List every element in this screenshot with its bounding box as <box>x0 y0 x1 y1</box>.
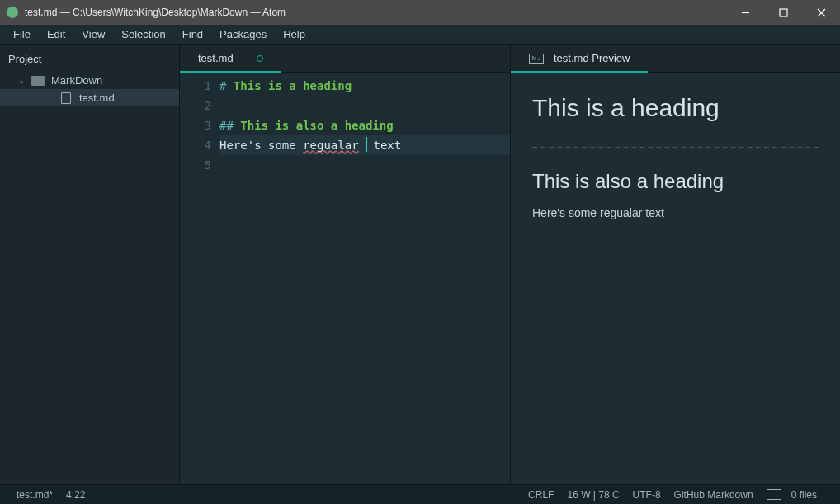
markdown-preview[interactable]: This is a heading This is also a heading… <box>511 73 840 484</box>
status-line-ending[interactable]: CRLF <box>521 489 560 501</box>
menu-selection[interactable]: Selection <box>113 26 173 42</box>
status-bar: test.md* 4:22 CRLF 16 W | 78 C UTF-8 Git… <box>0 484 840 504</box>
folder-icon <box>31 76 45 86</box>
preview-h1: This is a heading <box>532 94 819 122</box>
status-cursor-position[interactable]: 4:22 <box>59 489 92 501</box>
file-icon <box>767 489 781 500</box>
file-label: test.md <box>79 92 115 104</box>
workspace: Project ⌄ MarkDown test.md test.md 1 2 3… <box>0 45 840 484</box>
maximize-button[interactable] <box>764 0 802 25</box>
text-editor[interactable]: 1 2 3 4 5 # This is a heading ## This is… <box>180 73 510 484</box>
line-number: 3 <box>180 115 211 135</box>
status-git[interactable]: 0 files <box>760 489 830 501</box>
line-number-gutter: 1 2 3 4 5 <box>180 73 219 484</box>
status-filename[interactable]: test.md* <box>10 489 59 501</box>
code-line: # This is a heading <box>219 76 510 96</box>
line-number: 4 <box>180 135 211 155</box>
code-line: ## This is also a heading <box>219 115 510 135</box>
preview-divider <box>532 147 819 148</box>
menu-view[interactable]: View <box>73 26 113 42</box>
window-title: test.md — C:\Users\WitchKing\Desktop\Mar… <box>25 7 286 18</box>
menu-bar: File Edit View Selection Find Packages H… <box>0 25 840 45</box>
code-line <box>219 155 510 175</box>
tree-file-item[interactable]: test.md <box>0 89 179 106</box>
preview-tab[interactable]: M↓ test.md Preview <box>511 45 648 72</box>
menu-find[interactable]: Find <box>174 26 211 42</box>
tab-label: test.md Preview <box>554 52 630 64</box>
menu-file[interactable]: File <box>5 26 39 42</box>
menu-edit[interactable]: Edit <box>39 26 73 42</box>
chevron-down-icon: ⌄ <box>18 76 28 85</box>
preview-pane: M↓ test.md Preview This is a heading Thi… <box>510 45 840 484</box>
code-line <box>219 96 510 115</box>
project-header: Project <box>0 51 179 72</box>
window-titlebar: test.md — C:\Users\WitchKing\Desktop\Mar… <box>0 0 840 25</box>
preview-h2: This is also a heading <box>532 170 819 193</box>
app-icon <box>7 7 18 18</box>
markdown-icon: M↓ <box>529 54 544 64</box>
editor-tabbar: test.md <box>180 45 510 73</box>
line-number: 2 <box>180 96 211 115</box>
line-number: 5 <box>180 155 211 175</box>
preview-tabbar: M↓ test.md Preview <box>511 45 840 73</box>
status-word-char-count[interactable]: 16 W | 78 C <box>560 489 625 501</box>
svg-rect-1 <box>780 9 787 16</box>
line-number: 1 <box>180 76 211 96</box>
code-area[interactable]: # This is a heading ## This is also a he… <box>219 73 510 484</box>
close-button[interactable] <box>802 0 840 25</box>
tab-dirty-icon <box>257 55 263 62</box>
tree-folder-root[interactable]: ⌄ MarkDown <box>0 72 179 89</box>
menu-packages[interactable]: Packages <box>211 26 275 42</box>
file-icon <box>61 92 71 104</box>
minimize-button[interactable] <box>726 0 764 25</box>
editor-tab-testmd[interactable]: test.md <box>180 45 281 72</box>
menu-help[interactable]: Help <box>275 26 314 42</box>
folder-label: MarkDown <box>51 74 102 87</box>
status-grammar[interactable]: GitHub Markdown <box>668 489 760 501</box>
code-line-active: Here's some regualar text <box>219 135 510 155</box>
editor-pane: test.md 1 2 3 4 5 # This is a heading ##… <box>180 45 510 484</box>
status-encoding[interactable]: UTF-8 <box>626 489 668 501</box>
tab-label: test.md <box>198 52 234 64</box>
preview-paragraph: Here's some regualar text <box>532 206 819 219</box>
project-pane[interactable]: Project ⌄ MarkDown test.md <box>0 45 180 484</box>
